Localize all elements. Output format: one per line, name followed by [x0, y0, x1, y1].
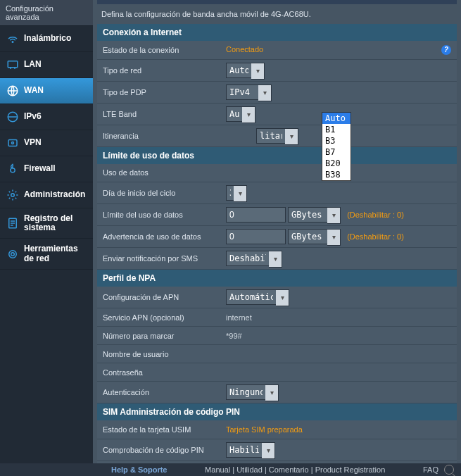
svg-point-5	[12, 142, 14, 144]
apn-config-label: Configuración de APN	[97, 287, 220, 308]
sidebar-item-label: Firewall	[24, 164, 87, 173]
tools-icon	[6, 247, 20, 261]
datalimit-table: Uso de datos Día de inicio del ciclo 31 …	[97, 164, 457, 270]
sidebar-item-vpn[interactable]: VPN	[0, 130, 93, 156]
cycle-start-label: Día de inicio del ciclo	[97, 182, 220, 204]
data-limit-unit-select[interactable]: GBytes	[288, 207, 341, 223]
apn-service-label: Servicio APN (opcional)	[97, 308, 220, 327]
sidebar-item-label: LAN	[24, 60, 87, 69]
data-limit-hint: (Deshabilitar : 0)	[347, 211, 404, 219]
admin-icon	[6, 188, 20, 202]
sidebar-item-ipv6[interactable]: IPv6	[0, 104, 93, 130]
auth-label: Autenticación	[97, 382, 220, 403]
auth-select[interactable]: Ninguno	[226, 384, 279, 400]
lte-band-option[interactable]: Auto	[322, 113, 351, 124]
sidebar-item-label: Registro del sistema	[24, 214, 87, 232]
section-npa-header: Perfil de NPA	[97, 270, 457, 287]
footer-help-link[interactable]: Help & Soporte	[7, 465, 167, 474]
username-label: Nombre de usuario	[97, 345, 220, 363]
roaming-label: Itinerancia	[97, 125, 220, 146]
log-icon	[6, 216, 20, 230]
sms-notify-select[interactable]: Deshabilitar	[226, 251, 282, 266]
sidebar-item-label: WAN	[24, 86, 87, 95]
connection-status-value: Conectado	[226, 45, 263, 54]
firewall-icon	[6, 162, 20, 176]
sidebar-item-nettools[interactable]: Herramientas de red	[0, 239, 93, 269]
footer-faq-link[interactable]: FAQ	[423, 465, 438, 474]
sidebar-item-label: Administración	[24, 190, 87, 199]
sidebar-item-firewall[interactable]: Firewall	[0, 156, 93, 182]
lte-band-option[interactable]: B38	[322, 169, 351, 180]
data-usage-label: Uso de datos	[97, 164, 220, 182]
lte-band-select[interactable]: Auto	[226, 106, 255, 122]
data-warn-unit-select[interactable]: GBytes	[288, 229, 341, 244]
lte-band-option[interactable]: B7	[322, 146, 351, 158]
help-icon[interactable]: ?	[441, 45, 451, 55]
pdp-type-label: Tipo de PDP	[97, 81, 220, 103]
sidebar-item-label: VPN	[24, 138, 87, 147]
usim-state-value: Tarjeta SIM preparada	[226, 425, 303, 434]
svg-point-8	[11, 252, 15, 256]
section-connection-header: Conexión a Internet	[97, 24, 457, 41]
vpn-icon	[6, 136, 20, 150]
lte-band-option[interactable]: B3	[322, 135, 351, 146]
sidebar: Configuración avanzada Inalámbrico LAN W…	[0, 0, 93, 476]
apn-config-select[interactable]: Automático	[226, 289, 289, 305]
dial-number-value: *99#	[226, 332, 242, 340]
npa-table: Configuración de APN Automático Servicio…	[97, 287, 457, 403]
section-datalimit-header: Límite de uso de datos	[97, 147, 457, 164]
search-icon[interactable]	[444, 465, 454, 475]
pin-check-label: Comprobación de código PIN	[97, 439, 220, 461]
wan-icon	[6, 84, 20, 98]
svg-point-0	[12, 42, 13, 43]
sidebar-item-wan[interactable]: WAN	[0, 78, 93, 104]
data-warn-input[interactable]	[226, 229, 286, 244]
sidebar-item-syslog[interactable]: Registro del sistema	[0, 208, 93, 239]
sidebar-item-label: IPv6	[24, 112, 87, 121]
sidebar-title: Configuración avanzada	[0, 0, 93, 26]
wifi-icon	[6, 32, 20, 46]
svg-rect-1	[8, 61, 18, 68]
connection-status-label: Estado de la conexión	[97, 41, 220, 59]
sidebar-item-label: Herramientas de red	[24, 244, 87, 263]
page-description: Defina la configuración de banda ancha m…	[97, 4, 457, 24]
ipv6-icon	[6, 110, 20, 124]
footer: Help & Soporte Manual | Utilidad | Comen…	[0, 463, 461, 476]
net-type-select[interactable]: Auto	[226, 63, 265, 78]
data-warn-label: Advertencia de uso de datos	[97, 226, 220, 248]
svg-rect-4	[8, 140, 17, 146]
lan-icon	[6, 58, 20, 72]
dial-number-label: Número para marcar	[97, 327, 220, 345]
main-panel: Defina la configuración de banda ancha m…	[93, 0, 461, 476]
cycle-start-select[interactable]: 31	[226, 185, 247, 201]
sidebar-item-lan[interactable]: LAN	[0, 52, 93, 78]
sidebar-item-admin[interactable]: Administración	[0, 182, 93, 208]
section-sim-header: SIM Administración de código PIN	[97, 403, 457, 420]
pin-check-select[interactable]: Habilitar	[226, 442, 275, 458]
apn-service-value: internet	[226, 313, 252, 322]
svg-point-6	[11, 194, 15, 197]
lte-band-option[interactable]: B20	[322, 158, 351, 169]
footer-links[interactable]: Manual | Utilidad | Comentario | Product…	[205, 465, 385, 474]
connection-table: Estado de la conexión Conectado ? Tipo d…	[97, 41, 457, 147]
sms-notify-label: Enviar notificación por SMS	[97, 248, 220, 270]
sidebar-item-label: Inalámbrico	[24, 34, 87, 43]
net-type-label: Tipo de red	[97, 59, 220, 81]
usim-state-label: Estado de la tarjeta USIM	[97, 420, 220, 439]
sidebar-item-wireless[interactable]: Inalámbrico	[0, 26, 93, 52]
data-limit-input[interactable]	[226, 207, 286, 223]
roaming-select[interactable]: litar	[256, 128, 298, 144]
lte-band-dropdown[interactable]: Auto B1 B3 B7 B20 B38	[322, 112, 351, 181]
lte-band-option[interactable]: B1	[322, 124, 351, 135]
data-limit-label: Límite del uso de datos	[97, 204, 220, 226]
password-label: Contraseña	[97, 363, 220, 382]
data-warn-hint: (Deshabilitar : 0)	[347, 232, 404, 241]
pdp-type-select[interactable]: IPv4	[226, 84, 272, 100]
lte-band-label: LTE Band	[97, 103, 220, 125]
